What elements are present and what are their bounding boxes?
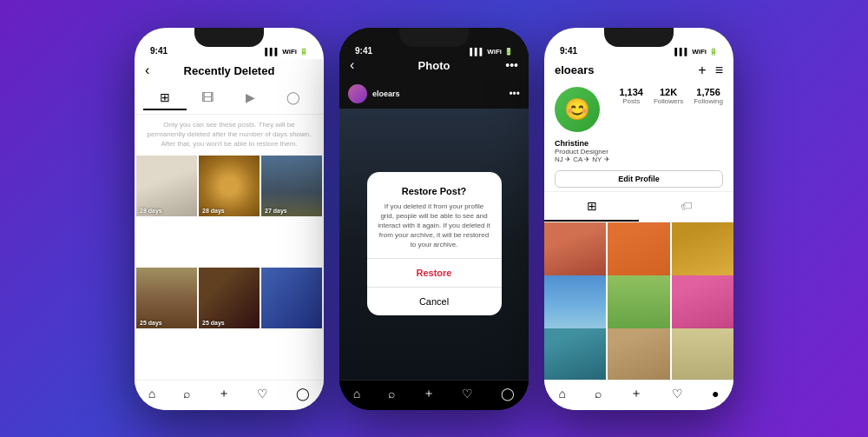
home-icon-1[interactable]: ⌂ bbox=[148, 387, 155, 401]
restore-dialog: Restore Post? If you deleted it from you… bbox=[367, 172, 502, 316]
signal-icon: ▌▌▌ bbox=[265, 48, 279, 56]
stat-following-num: 1,756 bbox=[694, 87, 723, 97]
avatar-face: 😊 bbox=[564, 97, 590, 122]
grid-item-3[interactable]: 27 days bbox=[261, 156, 322, 216]
day-label-3: 27 days bbox=[265, 208, 287, 214]
profile-tab-tagged[interactable]: 🏷 bbox=[639, 192, 733, 222]
stat-followers-label: Followers bbox=[654, 97, 683, 105]
heart-icon-3[interactable]: ♡ bbox=[672, 387, 683, 401]
wifi-icon: WiFi bbox=[282, 48, 297, 56]
restore-button[interactable]: Restore bbox=[378, 259, 491, 287]
profile-icon-2[interactable]: ◯ bbox=[501, 387, 515, 401]
bottom-nav-3: ⌂ ⌕ ＋ ♡ ● bbox=[544, 380, 733, 410]
grid-item-5[interactable]: 25 days bbox=[199, 268, 260, 328]
info-text: Only you can see these posts. They will … bbox=[135, 115, 324, 155]
wifi-icon-2: WiFi bbox=[487, 48, 502, 56]
add-icon-1[interactable]: ＋ bbox=[218, 386, 230, 401]
dialog-title: Restore Post? bbox=[378, 186, 491, 196]
wifi-icon-3: WiFi bbox=[692, 48, 707, 56]
bottom-nav-1: ⌂ ⌕ ＋ ♡ ◯ bbox=[135, 380, 324, 410]
grid-item-1[interactable]: 28 days bbox=[136, 156, 197, 216]
grid-img-6 bbox=[261, 268, 322, 328]
add-icon-2[interactable]: ＋ bbox=[423, 386, 435, 401]
phone-recently-deleted: 9:41 ▌▌▌ WiFi 🔋 ‹ Recently Deleted ⊞ 🎞 ▶… bbox=[135, 28, 324, 410]
profile-tab-grid[interactable]: ⊞ bbox=[544, 192, 639, 222]
filter-tab-grid[interactable]: ⊞ bbox=[143, 86, 187, 110]
bio-location: NJ ✈ CA ✈ NY ✈ bbox=[555, 156, 723, 163]
day-label-1: 28 days bbox=[140, 208, 162, 214]
bio-desc: Product Designer bbox=[555, 148, 723, 156]
search-icon-2[interactable]: ⌕ bbox=[388, 387, 395, 401]
nav-bar-1: ‹ Recently Deleted bbox=[135, 59, 324, 83]
phone-profile: 9:41 ▌▌▌ WiFi 🔋 eloears + ≡ 😊 1,134 Post… bbox=[544, 28, 733, 410]
status-icons-2: ▌▌▌ WiFi 🔋 bbox=[470, 48, 513, 56]
grid-item-6[interactable] bbox=[261, 268, 322, 328]
profile-grid-item-9[interactable] bbox=[672, 328, 733, 380]
profile-icon-1[interactable]: ◯ bbox=[296, 387, 310, 401]
more-dots[interactable]: ••• bbox=[509, 88, 520, 100]
status-time-2: 9:41 bbox=[355, 46, 372, 56]
profile-bio: Christine Product Designer NJ ✈ CA ✈ NY … bbox=[544, 136, 733, 167]
day-label-4: 25 days bbox=[140, 320, 162, 326]
filter-tab-reel[interactable]: 🎞 bbox=[187, 86, 230, 110]
stats-row: 1,134 Posts 12K Followers 1,756 Followin… bbox=[608, 87, 723, 105]
notch-2 bbox=[399, 28, 469, 47]
profile-grid bbox=[544, 222, 733, 380]
status-icons-1: ▌▌▌ WiFi 🔋 bbox=[265, 48, 308, 56]
profile-header: eloears + ≡ bbox=[544, 59, 733, 83]
status-time-1: 9:41 bbox=[150, 46, 168, 56]
search-icon-3[interactable]: ⌕ bbox=[595, 387, 602, 401]
heart-icon-2[interactable]: ♡ bbox=[462, 387, 473, 401]
battery-icon: 🔋 bbox=[299, 48, 308, 56]
battery-icon-3: 🔋 bbox=[709, 48, 718, 56]
profile-username: eloears bbox=[555, 63, 595, 76]
menu-icon[interactable]: ≡ bbox=[715, 63, 723, 78]
deleted-grid: 28 days 28 days 27 days 25 days 25 days bbox=[135, 154, 324, 379]
screen-2: ‹ Photo ••• eloears ••• Restore Post? If… bbox=[339, 28, 529, 410]
add-icon-3[interactable]: ＋ bbox=[630, 386, 642, 401]
filter-tabs-1: ⊞ 🎞 ▶ ◯ bbox=[135, 83, 324, 115]
status-time-3: 9:41 bbox=[560, 46, 577, 56]
bottom-nav-2: ⌂ ⌕ ＋ ♡ ◯ bbox=[339, 380, 529, 410]
home-icon-2[interactable]: ⌂ bbox=[353, 387, 360, 401]
profile-grid-item-7[interactable] bbox=[544, 328, 606, 380]
filter-tab-story[interactable]: ◯ bbox=[273, 86, 316, 110]
notch-3 bbox=[604, 28, 674, 47]
heart-icon-1[interactable]: ♡ bbox=[257, 387, 268, 401]
profile-grid-item-8[interactable] bbox=[608, 328, 669, 380]
battery-icon-2: 🔋 bbox=[504, 48, 513, 56]
cancel-button[interactable]: Cancel bbox=[378, 288, 491, 315]
dialog-overlay: Restore Post? If you deleted it from you… bbox=[339, 109, 529, 380]
profile-header-icons: + ≡ bbox=[698, 63, 723, 78]
back-button-2[interactable]: ‹ bbox=[350, 57, 354, 73]
photo-area: Restore Post? If you deleted it from you… bbox=[339, 109, 529, 380]
user-avatar-sm bbox=[348, 84, 367, 103]
user-name-sm: eloears bbox=[372, 89, 400, 98]
plus-icon[interactable]: + bbox=[698, 63, 706, 78]
home-icon-3[interactable]: ⌂ bbox=[559, 387, 566, 401]
search-icon-1[interactable]: ⌕ bbox=[183, 387, 190, 401]
filter-tab-video[interactable]: ▶ bbox=[229, 86, 273, 110]
signal-icon-3: ▌▌▌ bbox=[674, 48, 689, 56]
screen-3: eloears + ≡ 😊 1,134 Posts 12K Followers bbox=[544, 59, 733, 410]
stat-following: 1,756 Following bbox=[694, 87, 723, 105]
stat-following-label: Following bbox=[694, 97, 723, 105]
stat-posts-num: 1,134 bbox=[619, 87, 643, 97]
photo-title: Photo bbox=[418, 59, 450, 72]
dialog-body: If you deleted it from your profile grid… bbox=[378, 202, 491, 250]
day-label-2: 28 days bbox=[202, 208, 225, 214]
stat-followers-num: 12K bbox=[654, 87, 683, 97]
notch bbox=[194, 28, 264, 47]
profile-avatar: 😊 bbox=[555, 87, 600, 132]
grid-item-4[interactable]: 25 days bbox=[136, 268, 197, 328]
grid-item-2[interactable]: 28 days bbox=[199, 156, 260, 216]
edit-profile-button[interactable]: Edit Profile bbox=[555, 170, 723, 188]
profile-icon-3[interactable]: ● bbox=[712, 387, 719, 401]
back-button-1[interactable]: ‹ bbox=[145, 63, 149, 78]
user-row: eloears ••• bbox=[339, 79, 529, 109]
day-label-5: 25 days bbox=[202, 320, 225, 326]
more-button[interactable]: ••• bbox=[505, 58, 518, 72]
bio-name: Christine bbox=[555, 139, 723, 148]
profile-tabs: ⊞ 🏷 bbox=[544, 191, 733, 222]
stat-posts: 1,134 Posts bbox=[619, 87, 643, 105]
